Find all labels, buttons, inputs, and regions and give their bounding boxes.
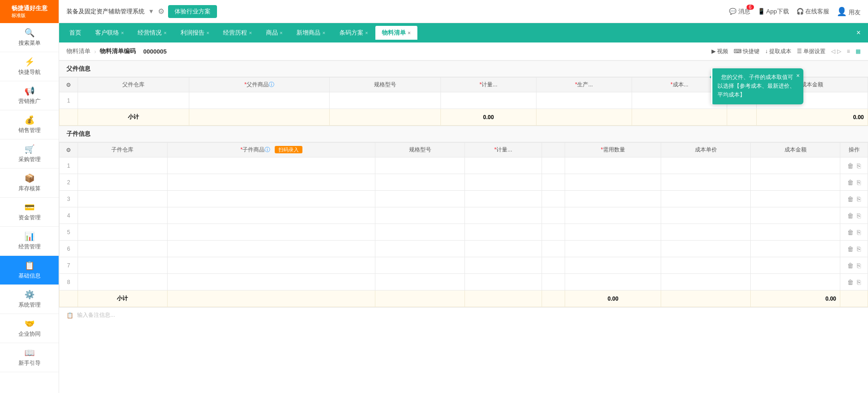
app-download-btn[interactable]: 📱 App下载 xyxy=(758,7,789,16)
child-row-3-spec[interactable] xyxy=(375,191,465,207)
child-row-6-warehouse[interactable] xyxy=(78,241,168,257)
nav-tab-close-customers[interactable]: × xyxy=(121,30,124,36)
child-row-4-warehouse[interactable] xyxy=(78,207,168,224)
child-row-1-copy-btn[interactable]: ⎘ xyxy=(857,162,861,169)
child-row-1-goods[interactable] xyxy=(167,157,375,174)
sidebar-item-enterprise[interactable]: 🤝 企业协同 xyxy=(0,314,59,343)
child-row-3-unit-cost[interactable] xyxy=(661,191,751,207)
nav-tab-close-bom[interactable]: × xyxy=(408,30,410,36)
sidebar-item-operations-mgr[interactable]: 📊 经营管理 xyxy=(0,227,59,256)
prev-btn[interactable]: ◁ xyxy=(831,48,835,54)
child-row-8-goods[interactable] xyxy=(167,274,375,290)
child-row-2-delete-btn[interactable]: 🗑 xyxy=(847,179,854,186)
child-row-5-unit-cost[interactable] xyxy=(661,224,751,241)
child-row-3-unit[interactable] xyxy=(465,191,542,207)
child-row-8-unit[interactable] xyxy=(465,274,542,290)
nav-tab-close-history[interactable]: × xyxy=(249,30,252,36)
child-row-6-goods[interactable] xyxy=(167,241,375,257)
nav-tab-goods[interactable]: 商品 × xyxy=(259,26,289,40)
child-row-7-spec[interactable] xyxy=(375,257,465,274)
child-row-5-goods[interactable] xyxy=(167,224,375,241)
child-row-2-warehouse[interactable] xyxy=(78,174,168,191)
child-row-4-copy-btn[interactable]: ⎘ xyxy=(857,212,861,219)
parent-row-1-warehouse[interactable] xyxy=(78,92,189,109)
next-btn[interactable]: ▷ xyxy=(837,48,841,54)
child-row-2-copy-btn[interactable]: ⎘ xyxy=(857,179,861,186)
nav-tab-bom[interactable]: 物料清单 × xyxy=(375,26,417,40)
nav-tab-close-profit[interactable]: × xyxy=(206,30,209,36)
child-row-3-goods[interactable] xyxy=(167,191,375,207)
child-row-6-qty[interactable] xyxy=(565,241,661,257)
child-row-6-copy-btn[interactable]: ⎘ xyxy=(857,245,861,253)
child-row-1-spec[interactable] xyxy=(375,157,465,174)
child-row-7-unit[interactable] xyxy=(465,257,542,274)
nav-tab-operations[interactable]: 经营情况 × xyxy=(131,26,173,40)
nav-tab-barcode[interactable]: 条码方案 × xyxy=(333,26,374,40)
child-row-4-unit[interactable] xyxy=(465,207,542,224)
parent-row-1-spec[interactable] xyxy=(329,92,440,109)
online-service-btn[interactable]: 🎧 在线客服 xyxy=(796,7,830,16)
child-row-7-copy-btn[interactable]: ⎘ xyxy=(857,262,861,269)
child-row-4-unit-cost[interactable] xyxy=(661,207,751,224)
child-row-1-unit[interactable] xyxy=(465,157,542,174)
child-row-5-delete-btn[interactable]: 🗑 xyxy=(847,229,854,236)
child-row-4-goods[interactable] xyxy=(167,207,375,224)
sidebar-item-finance[interactable]: 💳 资金管理 xyxy=(0,198,59,227)
user-avatar[interactable]: 👤 用友 xyxy=(837,6,861,17)
trial-button[interactable]: 体验行业方案 xyxy=(168,5,217,18)
nav-tab-customers[interactable]: 客户联络 × xyxy=(89,26,130,40)
child-row-4-delete-btn[interactable]: 🗑 xyxy=(847,212,854,219)
grid-view-btn[interactable]: ▦ xyxy=(856,48,861,54)
breadcrumb-parent[interactable]: 物料清单 xyxy=(66,47,90,55)
nav-tab-profit[interactable]: 利润报告 × xyxy=(174,26,216,40)
child-row-5-copy-btn[interactable]: ⎘ xyxy=(857,229,861,236)
child-row-7-qty[interactable] xyxy=(565,257,661,274)
sidebar-item-sales[interactable]: 💰 销售管理 xyxy=(0,110,59,139)
child-row-6-unit[interactable] xyxy=(465,241,542,257)
child-row-2-qty[interactable] xyxy=(565,174,661,191)
parent-row-1-unit[interactable] xyxy=(441,92,536,109)
message-btn[interactable]: 💬 消息 6 xyxy=(729,7,750,16)
child-row-8-copy-btn[interactable]: ⎘ xyxy=(857,278,861,286)
child-col-settings[interactable]: ⚙ xyxy=(60,143,78,157)
child-row-1-unit-cost[interactable] xyxy=(661,157,751,174)
sidebar-item-marketing[interactable]: 📢 营销推广 xyxy=(0,81,59,110)
child-row-5-warehouse[interactable] xyxy=(78,224,168,241)
nav-tab-close-new-goods[interactable]: × xyxy=(322,30,325,36)
child-row-3-copy-btn[interactable]: ⎘ xyxy=(857,195,861,203)
sidebar-item-purchase[interactable]: 🛒 采购管理 xyxy=(0,139,59,169)
parent-row-1-produce[interactable] xyxy=(536,92,632,109)
child-row-5-qty[interactable] xyxy=(565,224,661,241)
sidebar-item-basic-info[interactable]: 📋 基础信息 xyxy=(0,256,59,285)
child-row-6-unit-cost[interactable] xyxy=(661,241,751,257)
child-row-4-qty[interactable] xyxy=(565,207,661,224)
child-row-6-delete-btn[interactable]: 🗑 xyxy=(847,245,854,253)
nav-tab-close-goods[interactable]: × xyxy=(280,30,283,36)
child-row-8-spec[interactable] xyxy=(375,274,465,290)
child-row-2-unit[interactable] xyxy=(465,174,542,191)
single-settings-btn[interactable]: ☰ 单据设置 xyxy=(797,48,826,55)
nav-tab-history[interactable]: 经营历程 × xyxy=(217,26,258,40)
child-row-7-goods[interactable] xyxy=(167,257,375,274)
child-row-8-unit-cost[interactable] xyxy=(661,274,751,290)
child-row-3-delete-btn[interactable]: 🗑 xyxy=(847,195,854,203)
nav-global-close-btn[interactable]: × xyxy=(853,29,864,37)
shortcut-btn[interactable]: ⌨ 快捷键 xyxy=(734,48,760,55)
tooltip-close-btn[interactable]: × xyxy=(796,71,800,81)
child-row-2-spec[interactable] xyxy=(375,174,465,191)
child-row-8-warehouse[interactable] xyxy=(78,274,168,290)
child-row-2-goods[interactable] xyxy=(167,174,375,191)
child-row-4-spec[interactable] xyxy=(375,207,465,224)
nav-tab-close-barcode[interactable]: × xyxy=(365,30,368,36)
child-row-1-qty[interactable] xyxy=(565,157,661,174)
child-row-5-spec[interactable] xyxy=(375,224,465,241)
view-btn[interactable]: ▶ 视频 xyxy=(711,48,728,55)
child-row-5-unit[interactable] xyxy=(465,224,542,241)
child-row-7-warehouse[interactable] xyxy=(78,257,168,274)
nav-tab-new-goods[interactable]: 新增商品 × xyxy=(290,26,332,40)
scan-input-btn[interactable]: 扫码录入 xyxy=(275,146,302,153)
sidebar-item-system[interactable]: ⚙️ 系统管理 xyxy=(0,285,59,314)
child-row-6-spec[interactable] xyxy=(375,241,465,257)
child-row-7-delete-btn[interactable]: 🗑 xyxy=(847,262,854,269)
extract-cost-btn[interactable]: ↓ 提取成本 xyxy=(765,48,791,55)
